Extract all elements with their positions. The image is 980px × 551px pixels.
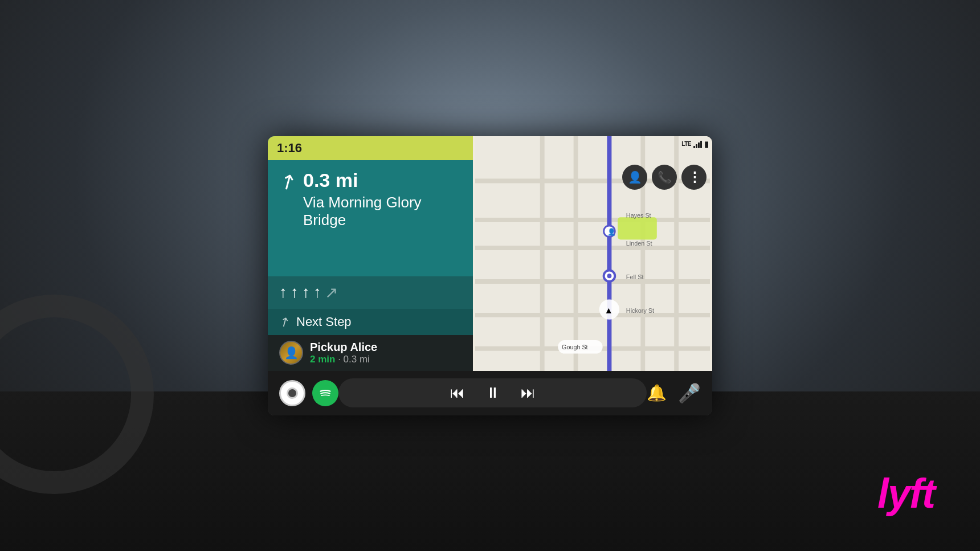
pickup-distance-value: 0.3 mi <box>344 354 370 365</box>
svg-text:Hayes St: Hayes St <box>626 212 651 219</box>
profile-icon: 👤 <box>628 170 642 184</box>
pickup-info: Pickup Alice 2 min · 0.3 mi <box>310 341 377 365</box>
lane-guidance: ↑ ↑ ↑ ↑ ↗ <box>268 276 473 309</box>
more-icon: ⋮ <box>688 169 701 185</box>
top-controls: 👤 📞 ⋮ <box>622 165 707 190</box>
lyft-logo: lyft <box>877 470 934 517</box>
pause-button[interactable]: ⏸ <box>475 384 511 402</box>
direction-main: ↗ 0.3 mi Via Morning Glory Bridge <box>279 169 462 229</box>
phone-button[interactable]: 📞 <box>652 165 677 190</box>
current-time: 1:16 <box>277 141 302 155</box>
main-content-area: 1:16 ↗ 0.3 mi Via Morning Glory Bridge ↑ <box>268 136 712 371</box>
more-button[interactable]: ⋮ <box>681 165 707 190</box>
pickup-name: Pickup Alice <box>310 341 377 354</box>
lane-arrow-1: ↑ <box>279 283 287 301</box>
signal-bars <box>693 140 702 148</box>
turn-arrow-icon: ↗ <box>275 168 300 194</box>
app-buttons <box>279 380 338 406</box>
time-display: 1:16 <box>268 136 473 160</box>
bottom-right-icons: 🔔 🎤 <box>647 382 701 404</box>
phone-icon: 📞 <box>658 170 672 184</box>
svg-text:Fell St: Fell St <box>626 274 644 280</box>
pickup-separator: · <box>338 354 343 365</box>
svg-text:▲: ▲ <box>605 305 614 315</box>
via-label: Via Morning Glory Bridge <box>303 194 462 229</box>
lte-indicator: LTE <box>681 141 691 147</box>
prev-button[interactable]: ⏮ <box>440 384 475 402</box>
battery-icon: ▮ <box>704 140 709 149</box>
bell-icon: 🔔 <box>647 384 667 402</box>
svg-text:Gough St: Gough St <box>562 343 588 350</box>
pickup-eta: 2 min · 0.3 mi <box>310 354 377 365</box>
svg-rect-12 <box>618 217 657 239</box>
android-auto-screen: 1:16 ↗ 0.3 mi Via Morning Glory Bridge ↑ <box>268 136 712 415</box>
bottom-bar: ⏮ ⏸ ⏭ 🔔 🎤 <box>268 371 712 415</box>
pickup-notification[interactable]: 👤 Pickup Alice 2 min · 0.3 mi <box>268 335 473 371</box>
home-button[interactable] <box>279 380 305 406</box>
signal-bar-2 <box>696 144 697 148</box>
map-area: LTE ▮ <box>473 136 712 371</box>
profile-button[interactable]: 👤 <box>622 165 647 190</box>
svg-point-15 <box>607 274 612 278</box>
screen-content: 1:16 ↗ 0.3 mi Via Morning Glory Bridge ↑ <box>268 136 712 415</box>
pickup-time: 2 min <box>310 354 335 365</box>
spotify-icon <box>317 385 333 401</box>
bell-button[interactable]: 🔔 <box>647 383 667 402</box>
svg-text:👤: 👤 <box>607 227 616 235</box>
home-circle-icon <box>287 387 298 399</box>
next-step-arrow-icon: ↗ <box>276 313 293 331</box>
distance-display: 0.3 mi <box>303 169 462 191</box>
signal-bar-4 <box>700 141 702 148</box>
rider-avatar: 👤 <box>279 341 303 365</box>
lane-arrow-3: ↑ <box>302 283 310 301</box>
status-bar: LTE ▮ <box>681 140 709 149</box>
avatar-icon: 👤 <box>284 346 299 360</box>
signal-bar-3 <box>698 142 700 148</box>
next-step-section: ↗ Next Step <box>268 309 473 335</box>
svg-text:Hickory St: Hickory St <box>626 307 654 313</box>
next-button[interactable]: ⏭ <box>511 384 546 402</box>
mic-button[interactable]: 🎤 <box>678 382 701 404</box>
lane-arrow-4: ↑ <box>313 283 321 301</box>
signal-bar-1 <box>693 146 695 148</box>
next-step-label: Next Step <box>296 315 352 329</box>
lane-arrow-5: ↗ <box>325 283 338 302</box>
media-controls: ⏮ ⏸ ⏭ <box>338 378 647 407</box>
spotify-button[interactable] <box>312 380 338 406</box>
navigation-panel: 1:16 ↗ 0.3 mi Via Morning Glory Bridge ↑ <box>268 136 473 371</box>
direction-card: ↗ 0.3 mi Via Morning Glory Bridge <box>268 160 473 276</box>
svg-text:Linden St: Linden St <box>626 240 652 247</box>
lane-arrow-2: ↑ <box>291 283 299 301</box>
mic-icon: 🎤 <box>678 383 701 403</box>
